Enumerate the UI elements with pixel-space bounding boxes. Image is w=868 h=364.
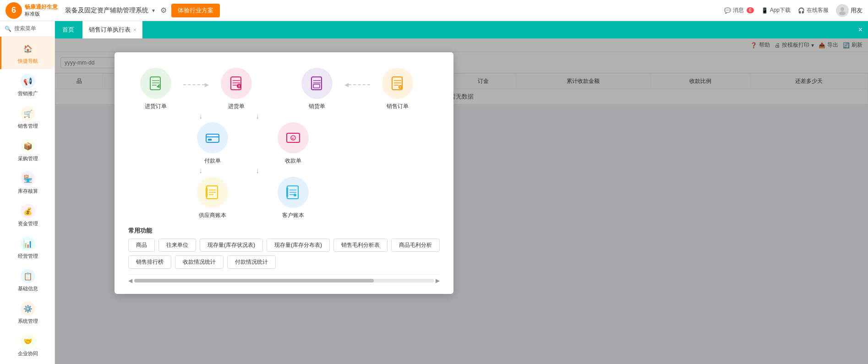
svg-point-38 <box>294 194 296 196</box>
common-functions: 常用功能 商品 往来单位 现存量(库存状况表) 现存量(库存分布表) 销售毛利分… <box>128 227 440 269</box>
search-icon: 🔍 <box>5 26 11 32</box>
flow-label-customer-ledger: 客户账本 <box>282 212 304 219</box>
cf-btn-product-gross[interactable]: 商品毛利分析 <box>391 239 440 252</box>
tab-bar-close-btn[interactable]: × <box>853 21 868 38</box>
tab-sales-order[interactable]: 销售订单执行表 × <box>82 21 142 38</box>
sales-order-icon <box>382 68 413 99</box>
cf-btn-receipt-stats[interactable]: 收款情况统计 <box>175 255 224 269</box>
logo-text: 畅康通好生意 标准版 <box>25 4 58 17</box>
sidebar-item-sales[interactable]: 🛒 销售管理 <box>0 102 55 134</box>
sidebar-item-purchase[interactable]: 📦 采购管理 <box>0 134 55 167</box>
svg-text:¥: ¥ <box>291 136 294 141</box>
svg-point-0 <box>841 7 844 11</box>
svg-rect-34 <box>286 187 288 197</box>
receipt-icon: ¥ <box>278 122 309 153</box>
flow-node-purchase-bill[interactable]: 进货单 <box>209 68 264 110</box>
inventory-icon: 🏪 <box>21 171 35 186</box>
page-content: ❓ 帮助 🖨 按模板打印 ▾ 📤 导出 🔄 刷新 <box>55 38 868 364</box>
scrollbar-thumb <box>134 279 374 283</box>
v-arrow-receipt: ↓ <box>242 167 273 175</box>
sidebar-item-marketing[interactable]: 📢 营销推广 <box>0 69 55 102</box>
sidebar-item-enterprise[interactable]: 🤝 企业协同 <box>0 329 55 362</box>
sidebar-item-guide[interactable]: 🎓 新手引导 <box>0 362 55 364</box>
modal: 进货订单 ▶ <box>115 52 453 294</box>
content-area: 首页 销售订单执行表 × × ❓ 帮助 🖨 按模板打印 ▾ <box>55 21 868 364</box>
sidebar-label-operation: 经营管理 <box>18 253 38 260</box>
purchase-icon: 📦 <box>21 139 35 153</box>
flow-node-receipt[interactable]: ¥ 收款单 <box>266 122 321 165</box>
svg-rect-24 <box>208 139 212 141</box>
flow-node-customer-ledger[interactable]: 客户账本 <box>266 177 321 219</box>
sidebar-item-finance[interactable]: 💰 资金管理 <box>0 199 55 232</box>
mobile-icon: 📱 <box>761 7 768 14</box>
svg-point-1 <box>839 11 846 15</box>
flow-label-sales-order: 销售订单 <box>387 103 409 110</box>
cf-buttons-row2: 销售排行榜 收款情况统计 付款情况统计 <box>128 255 440 269</box>
flow-node-sales-bill[interactable]: 销货单 <box>289 68 344 110</box>
flow-node-purchase-order[interactable]: 进货订单 <box>128 68 183 110</box>
headset-icon: 🎧 <box>798 7 805 14</box>
v-arrow-purchase-bill: ↓ <box>185 112 216 120</box>
sidebar-label-purchase: 采购管理 <box>18 155 38 162</box>
svg-rect-22 <box>206 134 219 142</box>
customer-ledger-icon <box>278 177 309 208</box>
flow-node-sales-order[interactable]: 销售订单 <box>370 68 425 110</box>
scroll-left-btn[interactable]: ◀ <box>128 277 132 284</box>
sidebar-item-operation[interactable]: 📊 经营管理 <box>0 232 55 264</box>
sidebar: 🔍 搜索菜单 🏠 快捷导航 📢 营销推广 🛒 销售管理 📦 采购管理 🏪 库存核… <box>0 21 55 364</box>
sidebar-item-quick-nav[interactable]: 🏠 快捷导航 <box>0 37 55 69</box>
user-name: 用友 <box>851 6 863 15</box>
sidebar-item-basic[interactable]: 📋 基础信息 <box>0 264 55 297</box>
flow-node-supplier-ledger[interactable]: 供应商账本 <box>185 177 240 219</box>
sidebar-label-enterprise: 企业协同 <box>18 350 38 357</box>
tab-home[interactable]: 首页 <box>55 21 82 38</box>
tab-bar: 首页 销售订单执行表 × × <box>55 21 868 38</box>
sidebar-label-sales: 销售管理 <box>18 123 38 130</box>
cf-btn-sales-gross[interactable]: 销售毛利分析表 <box>333 239 388 252</box>
modal-overlay: 进货订单 ▶ <box>55 38 868 364</box>
settings-icon-btn[interactable]: ⚙ <box>160 6 167 15</box>
enterprise-icon: 🤝 <box>21 334 35 348</box>
system-icon: ⚙️ <box>21 301 35 316</box>
sidebar-label-inventory: 库存核算 <box>18 188 38 195</box>
sidebar-label-finance: 资金管理 <box>18 220 38 227</box>
user-area[interactable]: 用友 <box>836 4 863 17</box>
message-badge: 6 <box>747 7 754 13</box>
quick-nav-icon: 🏠 <box>21 41 35 56</box>
header-right: 💬 消息 6 📱 App下载 🎧 在线客服 用友 <box>724 4 863 17</box>
cf-btn-payment-stats[interactable]: 付款情况统计 <box>227 255 276 269</box>
cf-btn-sales-rank[interactable]: 销售排行榜 <box>128 255 171 269</box>
scroll-right-btn[interactable]: ▶ <box>436 277 440 284</box>
message-btn[interactable]: 💬 消息 6 <box>724 6 754 14</box>
purchase-order-icon <box>140 68 171 99</box>
logo-area: 6 畅康通好生意 标准版 <box>5 2 60 19</box>
sidebar-label-quick-nav: 快捷导航 <box>18 58 38 65</box>
v-arrow-sales-bill: ↓ <box>242 112 273 120</box>
tab-close-icon[interactable]: × <box>133 27 136 33</box>
flow-label-supplier-ledger: 供应商账本 <box>199 212 226 219</box>
v-arrow-payment: ↓ <box>185 167 216 175</box>
main-layout: 🔍 搜索菜单 🏠 快捷导航 📢 营销推广 🛒 销售管理 📦 采购管理 🏪 库存核… <box>0 21 868 364</box>
scrollbar-area: ◀ ▶ <box>128 274 440 285</box>
sidebar-item-inventory[interactable]: 🏪 库存核算 <box>0 167 55 199</box>
sidebar-label-marketing: 营销推广 <box>18 90 38 97</box>
sidebar-item-system[interactable]: ⚙️ 系统管理 <box>0 297 55 329</box>
supplier-ledger-icon <box>197 177 228 208</box>
trial-button[interactable]: 体验行业方案 <box>171 4 220 17</box>
cf-btn-stock-status[interactable]: 现存量(库存状况表) <box>200 239 263 252</box>
system-title: 装备及固定资产辅助管理系统 <box>65 6 148 15</box>
app-download-btn[interactable]: 📱 App下载 <box>761 6 791 14</box>
flow-node-payment[interactable]: 付款单 <box>185 122 240 165</box>
system-dropdown-btn[interactable]: ▾ <box>152 7 155 14</box>
cf-btn-stock-dist[interactable]: 现存量(库存分布表) <box>267 239 330 252</box>
sidebar-search[interactable]: 🔍 搜索菜单 <box>0 21 55 37</box>
cf-btn-partner[interactable]: 往来单位 <box>158 239 196 252</box>
logo-icon: 6 <box>5 2 22 19</box>
arrow-h2: ◀ <box>344 81 370 88</box>
scrollbar-track[interactable] <box>134 279 434 283</box>
online-service-btn[interactable]: 🎧 在线客服 <box>798 6 829 14</box>
sales-bill-icon <box>301 68 333 99</box>
cf-btn-product[interactable]: 商品 <box>128 239 155 252</box>
payment-icon <box>197 122 228 153</box>
flow-label-payment: 付款单 <box>204 157 221 165</box>
